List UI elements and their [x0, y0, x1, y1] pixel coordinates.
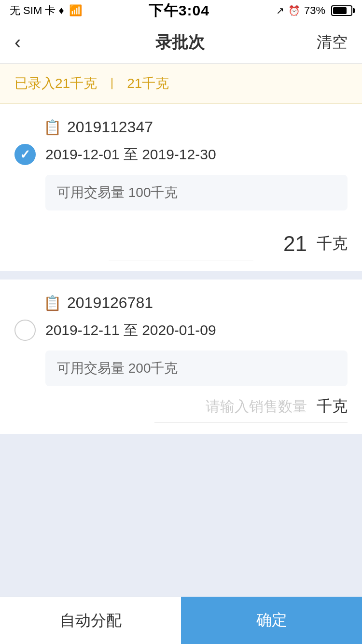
- batch-1-date: 2019-12-01 至 2019-12-30: [45, 145, 216, 165]
- recorded-amount: 已录入21千克: [14, 74, 97, 93]
- batch-2-icon: 📋: [43, 294, 61, 311]
- status-bar: 无 SIM 卡 ♦ 📶 下午3:04 ↗ ⏰ 73%: [0, 0, 362, 21]
- page-title: 录批次: [155, 31, 205, 54]
- auto-distribute-button[interactable]: 自动分配: [0, 597, 181, 644]
- batch-2-radio[interactable]: [14, 320, 36, 341]
- confirm-button[interactable]: 确定: [181, 597, 362, 644]
- batch-2-date-row[interactable]: 2019-12-11 至 2020-01-09: [14, 320, 348, 341]
- info-banner: 已录入21千克 21千克: [0, 64, 362, 104]
- location-icon: ↗: [276, 5, 284, 16]
- total-amount: 21千克: [127, 74, 169, 93]
- wifi-icon: 📶: [69, 4, 82, 17]
- no-sim-label: 无 SIM 卡 ♦: [10, 3, 64, 18]
- batch-2-qty-area[interactable]: 请输入销售数量 千克: [0, 396, 362, 434]
- batch-1-qty-value[interactable]: 21: [283, 232, 307, 256]
- status-bar-right: ↗ ⏰ 73%: [276, 4, 352, 17]
- batch-2-available-qty: 可用交易量 200千克: [45, 350, 348, 386]
- alarm-icon: ⏰: [288, 5, 300, 16]
- status-bar-time: 下午3:04: [149, 1, 209, 21]
- batch-1-qty-row: 21 千克: [0, 220, 362, 256]
- banner-divider: [111, 78, 112, 89]
- batch-1-qty-divider: [109, 261, 253, 261]
- bottom-bar: 自动分配 确定: [0, 597, 362, 644]
- clear-button[interactable]: 清空: [317, 32, 348, 53]
- batch-2-qty-placeholder: 请输入销售数量: [206, 397, 307, 417]
- batch-2-card: 📋 2019126781 2019-12-11 至 2020-01-09 可用交…: [0, 280, 362, 434]
- batch-1-card: 📋 2019112347 2019-12-01 至 2019-12-30 可用交…: [0, 104, 362, 271]
- batch-1-id: 2019112347: [67, 118, 153, 136]
- back-button[interactable]: ‹: [14, 31, 43, 53]
- batch-1-unit: 千克: [317, 233, 348, 254]
- batch-1-date-row[interactable]: 2019-12-01 至 2019-12-30: [14, 144, 348, 165]
- batch-2-id: 2019126781: [67, 294, 153, 312]
- batch-1-radio[interactable]: [14, 144, 36, 165]
- status-bar-left: 无 SIM 卡 ♦ 📶: [10, 3, 82, 18]
- battery-label: 73%: [304, 4, 325, 17]
- nav-bar: ‹ 录批次 清空: [0, 21, 362, 64]
- battery-icon: [331, 5, 352, 16]
- section-separator: [0, 271, 362, 280]
- batch-2-qty-divider: [154, 422, 348, 422]
- batch-2-id-row: 📋 2019126781: [14, 294, 348, 312]
- batch-1-available-qty: 可用交易量 100千克: [45, 175, 348, 210]
- batch-1-icon: 📋: [43, 119, 61, 136]
- batch-2-date: 2019-12-11 至 2020-01-09: [45, 321, 216, 340]
- batch-1-id-row: 📋 2019112347: [14, 118, 348, 136]
- batch-2-unit: 千克: [317, 396, 348, 417]
